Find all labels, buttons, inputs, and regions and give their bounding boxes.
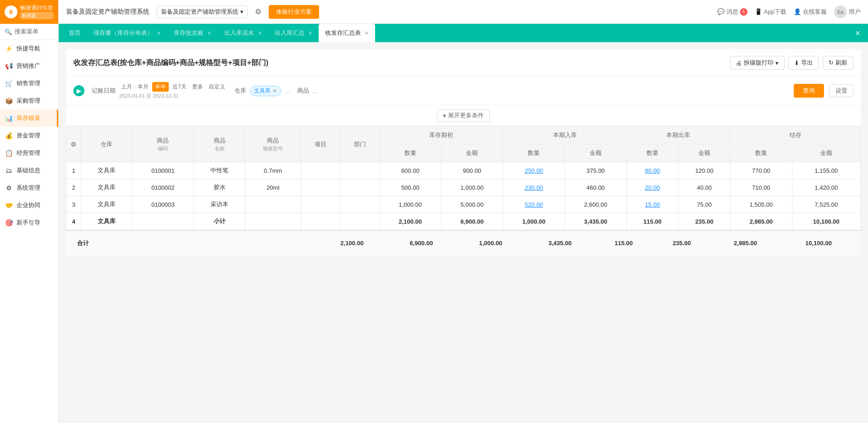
table-row: 4文具库小计2,100.006,900.001,000.003,435.0011… xyxy=(66,213,861,230)
tab-batch-close[interactable]: ✕ xyxy=(207,30,211,36)
settings-icon[interactable]: ⚙ xyxy=(255,7,261,16)
sidebar-item-label: 销售管理 xyxy=(17,79,40,88)
system-title: 装备及固定资产辅助管理系统 xyxy=(66,8,149,16)
sidebar-item-sales[interactable]: 🛒 销售管理 xyxy=(0,75,58,92)
row-out-qty[interactable]: 15.00 xyxy=(626,196,678,213)
operations-icon: 📋 xyxy=(5,149,13,157)
warehouse-filter-more[interactable]: ... xyxy=(285,88,290,94)
logo-icon: 6 xyxy=(5,5,17,18)
sidebar-item-inventory[interactable]: 📊 库存核算 xyxy=(0,110,58,127)
date-btn-this-month[interactable]: 本月 xyxy=(136,82,150,92)
date-btn-last-month[interactable]: 上月 xyxy=(119,82,134,92)
date-btn-7days[interactable]: 近7天 xyxy=(171,82,188,92)
sidebar-item-operations[interactable]: 📋 经营管理 xyxy=(0,144,58,162)
footer-in-amt: 3,435.00 xyxy=(525,236,595,251)
app-download-button[interactable]: 📱 App下载 xyxy=(755,8,786,16)
date-btn-custom[interactable]: 自定义 xyxy=(207,82,227,92)
finance-icon: 💰 xyxy=(5,132,13,140)
print-button[interactable]: 🖨 拆镶版打印 ▾ xyxy=(730,56,785,70)
row-seq: 1 xyxy=(66,162,81,179)
tab-bar-close-all[interactable]: ✕ xyxy=(851,29,864,38)
row-in-qty[interactable]: 250.00 xyxy=(503,162,565,179)
row-in-amt: 460.00 xyxy=(565,179,627,196)
search-menu[interactable]: 🔍 搜索菜单 xyxy=(0,24,58,40)
filter-expand-button[interactable]: ▶ xyxy=(73,85,84,96)
sidebar-item-label: 库存核算 xyxy=(17,114,40,122)
sidebar-item-system[interactable]: ⚙ 系统管理 xyxy=(0,179,58,197)
filter-expand-row: ▾ 展开更多条件 xyxy=(66,105,861,126)
tab-stock-dist[interactable]: 现存量（库存分布表） ✕ xyxy=(87,24,167,42)
sidebar-item-basic[interactable]: 🗂 基础信息 xyxy=(0,162,58,179)
col-initial-qty-header: 数量 xyxy=(379,144,441,162)
row-in-qty-link[interactable]: 230.00 xyxy=(525,184,543,191)
tab-inout-summary-close[interactable]: ✕ xyxy=(308,30,312,36)
product-filter-more[interactable]: ... xyxy=(313,88,318,94)
sidebar-item-finance[interactable]: 💰 资金管理 xyxy=(0,127,58,144)
try-button[interactable]: 体验行业方案 xyxy=(269,5,319,19)
system-selector[interactable]: 装备及固定资产辅助管理系统 ▾ xyxy=(157,5,248,18)
query-button[interactable]: 查询 xyxy=(794,84,824,98)
row-out-qty-link[interactable]: 15.00 xyxy=(645,201,660,208)
sidebar-item-label: 资金管理 xyxy=(17,132,40,140)
row-initial-amt: 6,900.00 xyxy=(441,213,503,230)
table-row: 2文具库0100002胶水20ml500.001,000.00230.00460… xyxy=(66,179,861,196)
warehouse-tag-close[interactable]: ✕ xyxy=(272,88,277,94)
row-out-qty-link[interactable]: 20.00 xyxy=(645,184,660,191)
sidebar-item-marketing[interactable]: 📢 营销推广 xyxy=(0,57,58,75)
sidebar-item-label: 营销推广 xyxy=(17,62,40,70)
warehouse-tag[interactable]: 文具库 ✕ xyxy=(250,86,281,96)
message-button[interactable]: 💬 消息 6 xyxy=(717,8,747,16)
tab-receive-summary-close[interactable]: ✕ xyxy=(365,30,369,36)
row-project xyxy=(301,213,340,230)
tab-inout-flow-close[interactable]: ✕ xyxy=(258,30,262,36)
sidebar-item-purchase[interactable]: 📦 采购管理 xyxy=(0,92,58,110)
expand-more-button[interactable]: ▾ 展开更多条件 xyxy=(437,109,490,122)
export-button[interactable]: ⬇ 导出 xyxy=(788,56,819,70)
col-dept-header: 部门 xyxy=(340,126,380,162)
row-project xyxy=(301,179,340,196)
tab-stock-dist-close[interactable]: ✕ xyxy=(157,30,161,36)
row-out-qty[interactable]: 20.00 xyxy=(626,179,678,196)
row-dept xyxy=(340,179,380,196)
filter-right: 查询 设置 xyxy=(794,84,853,98)
row-bal-qty: 2,985.00 xyxy=(730,213,792,230)
date-btn-this-year[interactable]: 本年 xyxy=(152,82,169,92)
sales-icon: 🛒 xyxy=(5,79,13,88)
col-spec-header: 商品规格型号 xyxy=(245,126,301,162)
sidebar-item-enterprise[interactable]: 🤝 企业协同 xyxy=(0,197,58,214)
refresh-button[interactable]: ↻ 刷新 xyxy=(823,56,853,70)
page-title: 收发存汇总表(按仓库+商品编码+商品+规格型号+项目+部门) xyxy=(73,58,268,68)
row-out-qty-link[interactable]: 80.00 xyxy=(645,167,660,174)
tab-inout-summary[interactable]: 出入库汇总 ✕ xyxy=(268,24,319,42)
refresh-icon: ↻ xyxy=(829,59,834,66)
row-warehouse: 文具库 xyxy=(81,179,133,196)
page-actions: 🖨 拆镶版打印 ▾ ⬇ 导出 ↻ 刷新 xyxy=(730,56,853,70)
col-in-amt-header: 金额 xyxy=(565,144,627,162)
row-spec: 0.7mm xyxy=(245,162,301,179)
col-settings-header[interactable]: ⚙ xyxy=(66,126,81,162)
row-in-qty[interactable]: 520.00 xyxy=(503,196,565,213)
footer-out-qty: 115.00 xyxy=(595,236,653,251)
tab-home[interactable]: 首页 xyxy=(62,24,87,42)
sidebar-item-quick-nav[interactable]: ⚡ 快捷导航 xyxy=(0,40,58,57)
set-button[interactable]: 设置 xyxy=(829,84,853,97)
user-menu[interactable]: Ea 用户 xyxy=(834,5,861,18)
avatar: Ea xyxy=(834,5,847,18)
row-in-qty-link[interactable]: 250.00 xyxy=(525,167,543,174)
tab-inout-flow[interactable]: 出入库流水 ✕ xyxy=(218,24,268,42)
row-in-qty-link[interactable]: 520.00 xyxy=(525,201,543,208)
tab-batch[interactable]: 库存批次账 ✕ xyxy=(167,24,218,42)
row-out-qty[interactable]: 80.00 xyxy=(626,162,678,179)
row-initial-qty: 600.00 xyxy=(379,162,441,179)
row-in-qty[interactable]: 230.00 xyxy=(503,179,565,196)
quick-nav-icon: ⚡ xyxy=(5,44,13,53)
online-service-button[interactable]: 👤 在线客服 xyxy=(794,8,827,16)
tab-receive-summary[interactable]: 收发存汇总表 ✕ xyxy=(319,24,375,42)
table-settings-icon[interactable]: ⚙ xyxy=(71,141,77,148)
date-btn-more[interactable]: 更多 xyxy=(190,82,205,92)
col-bal-amt-header: 金额 xyxy=(792,144,860,162)
print-icon: 🖨 xyxy=(736,60,742,66)
row-spec: 20ml xyxy=(245,179,301,196)
logo-badge: 标准版 xyxy=(20,12,53,19)
sidebar-item-guide[interactable]: 🎯 新手引导 xyxy=(0,214,58,231)
